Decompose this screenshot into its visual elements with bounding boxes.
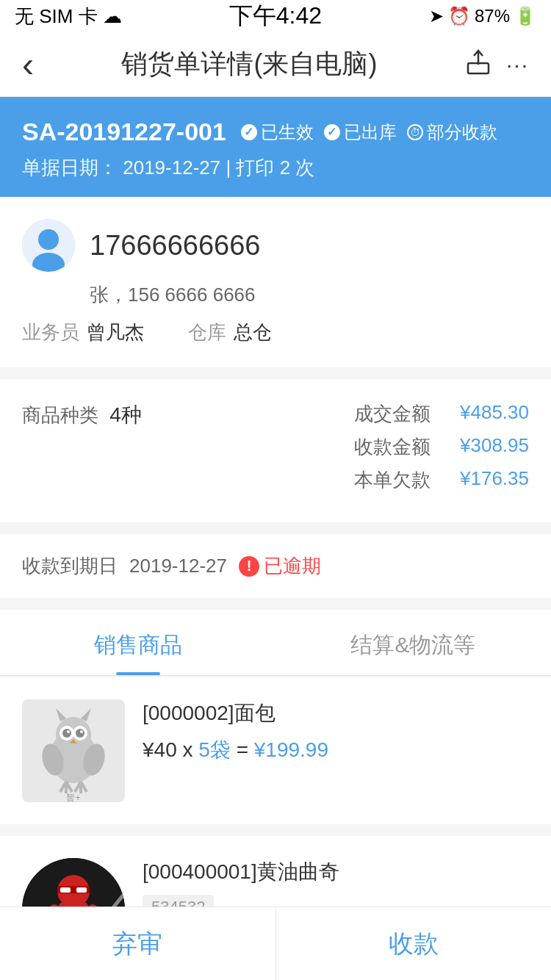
- clock-icon: ⏱: [407, 124, 423, 140]
- warehouse-label: 仓库: [188, 320, 226, 345]
- salesperson-value: 曾凡杰: [87, 320, 144, 345]
- salesperson-label: 业务员: [22, 320, 79, 345]
- nav-right: ···: [465, 48, 529, 81]
- share-icon[interactable]: [465, 48, 491, 81]
- check-icon-2: ✓: [324, 124, 340, 140]
- deal-amount-value: ¥485.30: [460, 401, 529, 427]
- product-type-count: 4种: [109, 403, 142, 426]
- bottom-bar: 弃审 收款: [0, 907, 551, 980]
- svg-point-13: [76, 729, 84, 738]
- page-title: 销货单详情(来自电脑): [121, 46, 377, 82]
- warehouse-value: 总仓: [234, 320, 272, 345]
- debt-label: 本单欠款: [354, 467, 431, 493]
- stats-row: 商品种类 4种 成交金额 ¥485.30 收款金额 ¥308.95 本单欠款 ¥…: [22, 401, 529, 500]
- badge-effective-label: 已生效: [261, 120, 314, 144]
- product-price-1: ¥40 x 5袋 = ¥199.99: [143, 736, 529, 764]
- battery-status: 87%: [475, 6, 510, 26]
- due-date-label: 收款到期日: [22, 553, 118, 579]
- customer-meta: 业务员 曾凡杰 仓库 总仓: [22, 320, 529, 345]
- svg-point-3: [38, 229, 59, 250]
- order-date: 2019-12-27: [123, 156, 220, 179]
- svg-point-15: [80, 730, 83, 733]
- warehouse-meta: 仓库 总仓: [188, 320, 272, 345]
- due-date-section: 收款到期日 2019-12-27 ! 已逾期: [0, 534, 551, 598]
- product-type-label: 商品种类: [22, 404, 98, 426]
- product-item-1: 暂+ [0000002]面包 ¥40 x 5袋 = ¥199.99: [0, 677, 551, 824]
- amount-stats: 成交金额 ¥485.30 收款金额 ¥308.95 本单欠款 ¥176.35: [354, 401, 529, 500]
- debt-item: 本单欠款 ¥176.35: [354, 467, 529, 493]
- svg-rect-30: [76, 887, 87, 893]
- status-time: 下午4:42: [229, 0, 322, 32]
- sim-status: 无 SIM 卡 ☁: [15, 4, 122, 29]
- more-icon[interactable]: ···: [506, 52, 529, 77]
- nav-left: ‹: [22, 44, 34, 84]
- price-x-1: x: [183, 738, 199, 761]
- product-name-1: [0000002]面包: [143, 699, 529, 727]
- price-total-1: ¥199.99: [254, 738, 328, 761]
- customer-row: 17666666666: [22, 219, 529, 272]
- svg-point-12: [62, 729, 71, 738]
- check-icon-1: ✓: [241, 124, 257, 140]
- customer-name: 17666666666: [90, 230, 260, 262]
- avatar: [22, 219, 75, 272]
- received-amount-value: ¥308.95: [460, 434, 529, 460]
- debt-value: ¥176.35: [460, 467, 529, 493]
- status-left: 无 SIM 卡 ☁: [15, 4, 122, 29]
- product-type-info: 商品种类 4种: [22, 401, 142, 429]
- status-right: ➤ ⏰ 87% 🔋: [429, 6, 536, 26]
- deal-amount-label: 成交金额: [354, 401, 431, 427]
- tab-settlement[interactable]: 结算&物流等: [276, 610, 551, 675]
- status-badges: ✓ 已生效 ✓ 已出库 ⏱ 部分收款: [241, 120, 497, 144]
- tabs-row: 销售商品 结算&物流等: [0, 610, 551, 676]
- received-amount-item: 收款金额 ¥308.95: [354, 434, 529, 460]
- tabs-section: 销售商品 结算&物流等: [0, 610, 551, 676]
- order-id: SA-20191227-001: [22, 118, 226, 146]
- badge-partial: ⏱ 部分收款: [407, 120, 497, 144]
- badge-partial-label: 部分收款: [427, 120, 497, 144]
- svg-text:暂+: 暂+: [66, 793, 80, 802]
- svg-rect-29: [60, 887, 71, 893]
- received-amount-label: 收款金额: [354, 434, 431, 460]
- due-date-value: 2019-12-27: [129, 555, 227, 577]
- reject-button[interactable]: 弃审: [0, 907, 276, 980]
- date-label: 单据日期：: [22, 156, 118, 179]
- print-info: | 打印 2 次: [226, 156, 314, 179]
- overdue-badge: ! 已逾期: [239, 553, 321, 579]
- svg-rect-0: [468, 63, 489, 73]
- alarm-icon: ⏰: [448, 6, 470, 26]
- price-base-1: ¥40: [143, 738, 177, 761]
- price-eq-1: =: [237, 738, 254, 761]
- product-thumb-1: 暂+: [22, 699, 125, 802]
- order-header-card: SA-20191227-001 ✓ 已生效 ✓ 已出库 ⏱ 部分收款 单据日期：…: [0, 97, 551, 197]
- product-name-2: [000400001]黄油曲奇: [143, 858, 529, 886]
- location-icon: ➤: [429, 6, 444, 26]
- overdue-icon: !: [239, 556, 259, 577]
- customer-sub-info: 张，156 6666 6666: [22, 282, 529, 308]
- customer-section: 17666666666 张，156 6666 6666 业务员 曾凡杰 仓库 总…: [0, 197, 551, 367]
- overdue-text: 已逾期: [264, 553, 321, 579]
- price-qty-1: 5袋: [198, 738, 231, 761]
- svg-point-14: [67, 730, 70, 733]
- collect-payment-button[interactable]: 收款: [276, 907, 552, 980]
- deal-amount-item: 成交金额 ¥485.30: [354, 401, 529, 427]
- badge-shipped: ✓ 已出库: [324, 120, 397, 144]
- battery-icon: 🔋: [514, 6, 536, 26]
- stats-section: 商品种类 4种 成交金额 ¥485.30 收款金额 ¥308.95 本单欠款 ¥…: [0, 379, 551, 522]
- badge-shipped-label: 已出库: [344, 120, 397, 144]
- product-info-1: [0000002]面包 ¥40 x 5袋 = ¥199.99: [143, 699, 529, 764]
- nav-bar: ‹ 销货单详情(来自电脑) ···: [0, 32, 551, 97]
- salesperson-meta: 业务员 曾凡杰: [22, 320, 144, 345]
- badge-effective: ✓ 已生效: [241, 120, 314, 144]
- back-button[interactable]: ‹: [22, 44, 34, 84]
- order-date-info: 单据日期： 2019-12-27 | 打印 2 次: [22, 155, 529, 181]
- tab-sales-products[interactable]: 销售商品: [0, 610, 276, 675]
- status-bar: 无 SIM 卡 ☁ 下午4:42 ➤ ⏰ 87% 🔋: [0, 0, 551, 32]
